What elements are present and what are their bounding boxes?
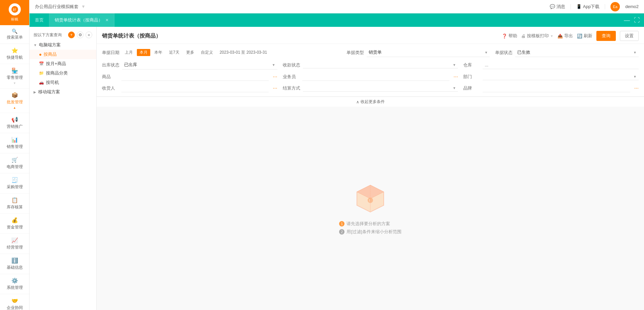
divider1 [571,4,571,9]
system-label: 系统管理 [7,285,23,291]
sidebar-item-quick-nav[interactable]: ⭐ 快捷导航 [0,44,29,64]
date-last-7-days[interactable]: 近7天 [166,49,182,56]
export-icon: 📤 [557,34,563,39]
user-avatar[interactable]: Ea [610,2,620,11]
sidebar-logo[interactable]: 好 标账 [0,0,30,25]
warehouse-input[interactable] [483,61,639,69]
quick-nav-label: 快捷导航 [7,55,23,60]
status-dropdown[interactable]: 已生效 ▼ [515,48,639,57]
finance-label: 资金管理 [7,224,23,230]
staff-dots[interactable]: ··· [453,74,458,80]
tab-home[interactable]: 首页 [30,13,49,27]
tree-item-by-category[interactable]: 📁 按商品分类 [30,68,96,78]
date-more[interactable]: 更多 [183,49,197,56]
by-goods-label: 按商品 [44,51,57,57]
collect-arrow: ▼ [452,63,456,67]
collapse-panel-btn[interactable]: « [86,32,92,38]
tree-item-by-goods[interactable]: ● 按商品 [30,50,96,59]
tree-mobile-scheme[interactable]: ▶ 移动端方案 [30,87,96,97]
print-label: 按模板打印 [527,33,549,39]
svg-text:!: ! [369,199,370,203]
status-arrow: ▼ [633,51,637,54]
type-dropdown[interactable]: 销货单 ▼ [367,48,490,57]
sidebar-item-basic[interactable]: ℹ️ 基础信息 [0,254,29,274]
tab-close-icon[interactable]: ✕ [105,18,109,22]
date-this-month[interactable]: 本月 [137,49,150,56]
export-btn[interactable]: 📤 导出 [557,33,573,39]
ecommerce-label: 电商管理 [7,164,23,170]
brand-input[interactable] [483,84,630,92]
brand-dots[interactable]: ··· [634,85,639,91]
sidebar-item-wholesale[interactable]: 📦 批发管理 ▲ [0,89,29,113]
sidebar-item-inventory[interactable]: 📋 库存核算 [0,194,29,214]
svg-text:好: 好 [13,8,16,11]
staff-input[interactable] [302,73,449,81]
settings-button[interactable]: 设置 [620,31,639,41]
finance-icon: 💰 [11,217,18,223]
search-label: 搜索菜单 [7,35,23,40]
user-name[interactable]: demo2 [625,4,639,9]
add-scheme-btn[interactable]: + [68,32,75,38]
enterprise-label: 企业协同 [7,305,23,310]
help-btn[interactable]: ❓ 帮助 [502,33,517,39]
by-goods-icon: ● [39,52,42,57]
settings-scheme-btn[interactable]: ⚙ [77,32,84,38]
refresh-btn[interactable]: 🔄 刷新 [577,33,592,39]
query-button[interactable]: 查询 [596,31,616,41]
sidebar-item-system[interactable]: ⚙️ 系统管理 [0,274,29,294]
print-btn[interactable]: 🖨 按模板打印 ▼ [521,33,553,39]
tab-minimize-btn[interactable]: — [623,15,631,25]
marketing-label: 营销推广 [7,124,23,130]
goods-dots[interactable]: ··· [273,74,277,80]
main-area: 办公用品行业模拟账套 ▼ 💬 消息 📱 App下载 Ea demo2 首页 [30,0,644,310]
month-goods-icon: 📅 [39,61,44,66]
tip-text-1: 请先选择要分析的方案 [346,221,390,227]
tree-item-by-driver[interactable]: 🚗 按司机 [30,78,96,87]
tree-mobile-label: 移动端方案 [38,89,60,95]
tree-pc-scheme[interactable]: ▼ 电脑端方案 [30,40,96,50]
tab-sales-report[interactable]: 销货单统计表（按商品） ✕ [49,13,114,27]
tree-mobile-arrow: ▶ [34,90,36,94]
sidebar-item-marketing[interactable]: 📢 营销推广 [0,113,29,133]
page-header: 销货单统计表（按商品） ❓ 帮助 🖨 按模板打印 ▼ 📤 导出 [97,27,644,44]
marketing-icon: 📢 [11,116,18,123]
date-last-month[interactable]: 上月 [122,49,136,56]
dept-dropdown[interactable]: ▼ [483,73,639,80]
filter-collect-field: 收款状态 ▼ [283,62,458,68]
page-title: 销货单统计表（按商品） [102,33,161,40]
sidebar-item-operation[interactable]: 📈 经营管理 [0,234,29,254]
recipient-input[interactable] [121,84,269,92]
app-download-btn[interactable]: 📱 App下载 [576,4,599,10]
payment-dropdown[interactable]: ▼ [303,85,458,92]
tree-item-by-month-goods[interactable]: 📅 按月+商品 [30,59,96,68]
tab-expand-btn[interactable]: ⛶ [633,15,641,25]
enterprise-icon: 🤝 [11,298,18,304]
refresh-label: 刷新 [584,33,592,39]
sidebar-item-ecommerce[interactable]: 🛒 电商管理 [0,153,29,173]
filter-dept-field: 部门 ▼ [463,73,639,80]
refresh-icon: 🔄 [577,34,582,39]
recipient-dots[interactable]: ··· [273,85,277,91]
out-dropdown[interactable]: 已出库 ▼ [122,60,277,69]
message-btn[interactable]: 💬 消息 [550,4,565,10]
sidebar-item-purchase[interactable]: 🧾 采购管理 [0,173,29,194]
tab-sales-report-label: 销货单统计表（按商品） [55,17,103,23]
search-menu[interactable]: 🔍 搜索菜单 [0,25,29,44]
sidebar-item-retail[interactable]: 🏪 零售管理 ▼ [0,64,29,89]
sidebar-item-finance[interactable]: 💰 资金管理 [0,214,29,234]
date-this-year[interactable]: 本年 [152,49,165,56]
message-icon: 💬 [550,4,555,9]
goods-input[interactable] [121,73,269,81]
sidebar-item-enterprise[interactable]: 🤝 企业协同 [0,294,29,310]
date-custom[interactable]: 自定义 [198,49,216,56]
empty-tip-2: 2 用[过滤]条件来缩小分析范围 [339,229,401,235]
type-label: 单据类型 [346,50,364,56]
out-value: 已出库 [124,62,137,68]
filter-row-3: 商品 ··· 业务员 ··· 部门 ▼ [102,73,639,81]
left-panel: 按以下方案查询 + ⚙ « ▼ 电脑端方案 ● 按商品 📅 [30,27,97,310]
sidebar-item-sales[interactable]: 📊 销售管理 [0,133,29,153]
collect-dropdown[interactable]: ▼ [303,62,458,68]
sales-icon: 📊 [11,137,18,143]
collapse-bar[interactable]: ∧ 收起更多条件 [97,97,644,107]
panel-header-label: 按以下方案查询 [34,32,62,38]
